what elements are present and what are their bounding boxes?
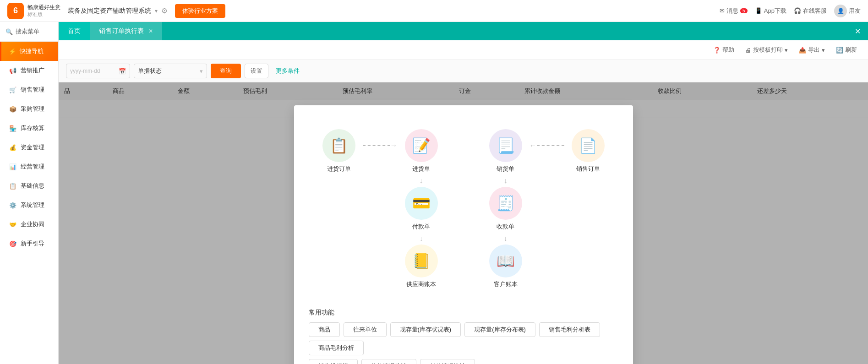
sidebar-item-inventory[interactable]: 🏪 库存核算	[0, 119, 58, 138]
flow-item-receipt[interactable]: 🧾 收款单	[489, 187, 522, 231]
sidebar-item-operations[interactable]: 📊 经营管理	[0, 157, 58, 176]
logo-area: 6 畅康通好生意 标准版	[7, 3, 60, 19]
help-label: 帮助	[722, 46, 734, 54]
arrow-left-1: ←	[530, 141, 564, 150]
tab-home[interactable]: 首页	[59, 22, 90, 40]
sidebar-item-sales[interactable]: 🛒 销售管理	[0, 80, 58, 99]
func-btn-partner[interactable]: 往来单位	[344, 322, 387, 337]
finance-icon: 💰	[9, 143, 17, 152]
content-area: 首页 销售订单执行表 ✕ ✕ ❓ 帮助 🖨 按模板打印 ▾	[59, 22, 868, 364]
print-icon: 🖨	[745, 47, 751, 54]
date-from-input[interactable]: yyyy-mm-dd 📅	[66, 64, 130, 78]
message-label: 消息	[726, 7, 738, 15]
purchase-icon: 📦	[9, 105, 17, 113]
sidebar-item-purchase[interactable]: 📦 采购管理	[0, 99, 58, 119]
tab-bar: 首页 销售订单执行表 ✕ ✕	[59, 22, 868, 40]
function-buttons-row2: 销售排行榜 收款情况统计 付款情况统计	[309, 359, 618, 364]
system-title: 装备及固定资产辅助管理系统	[68, 7, 151, 15]
app-download-button[interactable]: 📱 App下载	[755, 7, 786, 15]
refresh-button[interactable]: 🔄 刷新	[832, 44, 861, 56]
sidebar-item-beginner[interactable]: 🎯 新手引导	[0, 234, 58, 253]
flow-item-purchase-bill[interactable]: 📝 进货单	[405, 129, 438, 173]
beginner-icon: 🎯	[9, 239, 17, 248]
func-btn-stock-dist[interactable]: 现存量(库存分布表)	[464, 322, 535, 337]
more-conditions-link[interactable]: 更多条件	[276, 67, 300, 75]
top-right-area: ✉ 消息 5 📱 App下载 🎧 在线客服 👤 用友	[720, 5, 861, 17]
customer-account-label: 客户账本	[494, 280, 518, 288]
sidebar-nav: ⚡ 快捷导航 📢 营销推广 🛒 销售管理 📦 采购管理 🏪 库存核算	[0, 42, 58, 364]
func-btn-receipt-stats[interactable]: 收款情况统计	[361, 359, 416, 364]
func-btn-payment-stats[interactable]: 付款情况统计	[420, 359, 475, 364]
flow-item-sales-order[interactable]: 📄 销售订单	[572, 129, 605, 173]
query-button[interactable]: 查询	[211, 64, 241, 78]
sidebar-item-label-5: 资金管理	[21, 143, 44, 152]
sidebar-item-label-3: 采购管理	[21, 105, 44, 113]
top-bar: 6 畅康通好生意 标准版 装备及固定资产辅助管理系统 ▾ ⚙ 体验行业方案 ✉ …	[0, 0, 868, 22]
settings-icon[interactable]: ⚙	[161, 6, 168, 15]
quick-nav-icon: ⚡	[9, 48, 16, 55]
modal-overlay: 📋 进货订单 → 📝	[59, 82, 868, 364]
tab-bar-close-button[interactable]: ✕	[855, 27, 861, 36]
func-btn-product-margin[interactable]: 商品毛利分析	[309, 341, 364, 355]
setting-button[interactable]: 设置	[245, 64, 268, 78]
message-badge: 5	[740, 8, 748, 13]
online-support-button[interactable]: 🎧 在线客服	[794, 7, 827, 15]
payment-label: 付款单	[412, 223, 430, 231]
func-btn-product[interactable]: 商品	[309, 322, 340, 337]
sidebar: 🔍 搜索菜单 ⚡ 快捷导航 📢 营销推广 🛒 销售管理 📦	[0, 22, 59, 364]
sidebar-item-label-0: 快捷导航	[20, 47, 44, 55]
help-button[interactable]: ❓ 帮助	[710, 44, 738, 56]
export-button[interactable]: 📤 导出 ▾	[795, 44, 829, 56]
template-print-button[interactable]: 🖨 按模板打印 ▾	[742, 44, 792, 56]
message-button[interactable]: ✉ 消息 5	[720, 7, 748, 15]
trial-button[interactable]: 体验行业方案	[175, 4, 225, 18]
sidebar-item-label-4: 库存核算	[21, 124, 44, 132]
tab-sales-order[interactable]: 销售订单执行表 ✕	[90, 22, 162, 40]
dropdown-arrow-icon[interactable]: ▾	[155, 8, 158, 14]
flow-item-payment[interactable]: 💳 付款单	[405, 187, 438, 231]
help-icon: ❓	[713, 47, 721, 54]
arrow-down-purchase: ↓	[405, 177, 438, 185]
sales-bill-label: 销货单	[497, 165, 514, 173]
flow-item-supplier-account[interactable]: 📒 供应商账本	[405, 244, 438, 288]
tab-close-icon[interactable]: ✕	[148, 28, 153, 34]
common-functions-title: 常用功能	[309, 309, 618, 317]
user-area[interactable]: 👤 用友	[834, 5, 861, 17]
sidebar-item-marketing[interactable]: 📢 营销推广	[0, 61, 58, 80]
enterprise-icon: 🤝	[9, 220, 17, 228]
export-label: 导出	[808, 46, 820, 54]
online-support-label: 在线客服	[803, 7, 827, 15]
status-select[interactable]: 单据状态 ▾	[134, 64, 207, 78]
export-icon: 📤	[799, 47, 806, 54]
sidebar-item-label-1: 营销推广	[21, 66, 44, 75]
func-btn-sales-rank[interactable]: 销售排行榜	[309, 359, 358, 364]
flow-diagram-container: 📋 进货订单 → 📝	[309, 120, 618, 305]
sidebar-item-quick-nav[interactable]: ⚡ 快捷导航	[0, 42, 58, 61]
search-menu-button[interactable]: 🔍 搜索菜单	[4, 26, 55, 38]
marketing-icon: 📢	[9, 66, 17, 75]
sidebar-search-area: 🔍 搜索菜单	[0, 22, 58, 42]
receipt-icon: 🧾	[489, 187, 522, 220]
sidebar-item-basic-info[interactable]: 📋 基础信息	[0, 176, 58, 196]
flow-item-customer-account[interactable]: 📖 客户账本	[489, 244, 522, 288]
inventory-icon: 🏪	[9, 124, 17, 132]
export-dropdown-icon: ▾	[822, 47, 825, 54]
sidebar-item-system[interactable]: ⚙️ 系统管理	[0, 196, 58, 215]
sidebar-item-finance[interactable]: 💰 资金管理	[0, 138, 58, 157]
purchase-bill-icon: 📝	[405, 129, 438, 162]
func-btn-stock-status[interactable]: 现存量(库存状况表)	[390, 322, 461, 337]
flow-item-sales-bill[interactable]: 📃 销货单	[489, 129, 522, 173]
sidebar-item-label-8: 系统管理	[21, 201, 44, 209]
supplier-account-icon: 📒	[405, 244, 438, 277]
content-toolbar: ❓ 帮助 🖨 按模板打印 ▾ 📤 导出 ▾ 🔄 刷新	[59, 40, 868, 60]
sidebar-item-label-6: 经营管理	[21, 163, 44, 171]
sidebar-item-label-9: 企业协同	[21, 220, 44, 228]
sidebar-item-label-2: 销售管理	[21, 86, 44, 94]
search-label: 搜索菜单	[16, 27, 39, 36]
flow-item-purchase-order[interactable]: 📋 进货订单	[322, 129, 355, 173]
tab-home-label: 首页	[68, 27, 81, 35]
system-icon: ⚙️	[9, 201, 17, 209]
sidebar-item-enterprise[interactable]: 🤝 企业协同	[0, 215, 58, 234]
func-btn-sales-margin[interactable]: 销售毛利分析表	[539, 322, 600, 337]
logo-line2: 标准版	[27, 11, 60, 17]
